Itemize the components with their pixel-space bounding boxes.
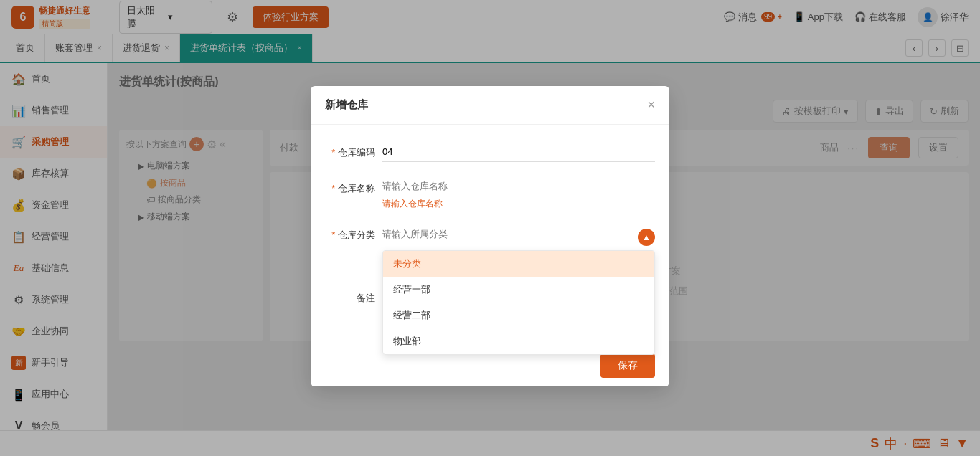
modal-overlay: 新增仓库 × 仓库编码 仓库名称 请输入仓库名称 仓库分类 xyxy=(0,0,980,456)
warehouse-name-input[interactable] xyxy=(382,176,503,196)
modal-title: 新增仓库 xyxy=(325,98,368,112)
new-warehouse-modal: 新增仓库 × 仓库编码 仓库名称 请输入仓库名称 仓库分类 xyxy=(311,86,669,386)
remark-label: 备注 xyxy=(325,288,382,305)
warehouse-category-input[interactable] xyxy=(382,224,655,244)
warehouse-name-label: 仓库名称 xyxy=(325,178,382,195)
warehouse-category-wrapper: ▲ 未分类 经营一部 经营二部 物业部 xyxy=(382,224,655,244)
warehouse-code-input[interactable] xyxy=(382,142,655,162)
warehouse-name-row: 仓库名称 请输入仓库名称 xyxy=(325,176,655,210)
modal-body: 仓库编码 仓库名称 请输入仓库名称 仓库分类 ▲ 未分类 xyxy=(311,125,669,345)
modal-header: 新增仓库 × xyxy=(311,86,669,125)
warehouse-code-row: 仓库编码 xyxy=(325,142,655,162)
dropdown-item-dept1[interactable]: 经营一部 xyxy=(383,277,654,303)
warehouse-code-label: 仓库编码 xyxy=(325,142,382,159)
save-button[interactable]: 保存 xyxy=(600,353,655,378)
warehouse-category-label: 仓库分类 xyxy=(325,224,382,242)
category-dropdown-arrow[interactable]: ▲ xyxy=(638,229,655,246)
warehouse-category-row: 仓库分类 ▲ 未分类 经营一部 经营二部 物业部 xyxy=(325,224,655,244)
category-dropdown-list: 未分类 经营一部 经营二部 物业部 xyxy=(382,250,655,355)
dropdown-item-dept2[interactable]: 经营二部 xyxy=(383,303,654,328)
modal-close-icon[interactable]: × xyxy=(647,98,655,113)
dropdown-item-dept3[interactable]: 物业部 xyxy=(383,328,654,354)
warehouse-name-error-msg: 请输入仓库名称 xyxy=(325,198,443,210)
dropdown-item-unclassified[interactable]: 未分类 xyxy=(383,251,654,277)
